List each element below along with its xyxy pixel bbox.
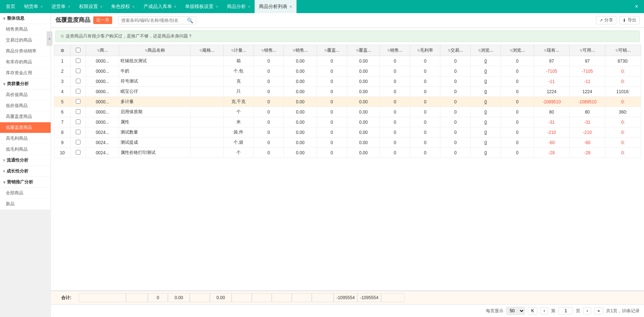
nav-product-analysis-list[interactable]: 商品分析列表 ×	[255, 0, 296, 13]
nav-product-analysis[interactable]: 商品分析 ×	[223, 0, 255, 13]
col-sales-qty[interactable]: ⇅销售...	[254, 45, 284, 56]
col-cover-rate[interactable]: ⇅覆盖...	[347, 45, 380, 56]
row-checkbox[interactable]	[76, 68, 80, 73]
cell-trade: 0	[440, 117, 471, 127]
per-page-select[interactable]: 2050100200	[506, 307, 525, 315]
col-stock-cur[interactable]: ⇅现有...	[534, 45, 569, 56]
nav-permissions-close[interactable]: ×	[100, 4, 102, 9]
cell-browse-link[interactable]: 0	[471, 56, 501, 66]
sidebar-item-high-coverage[interactable]: 高覆盖度商品	[0, 111, 51, 122]
sidebar-item-inventory-capital[interactable]: 库存资金占用	[0, 68, 51, 79]
first-page-button[interactable]: K	[528, 307, 537, 314]
row-checkbox[interactable]	[76, 79, 80, 83]
cell-browse-link[interactable]: 0	[471, 117, 501, 127]
sidebar-section-circulation[interactable]: > 流通性分析	[0, 155, 51, 166]
nav-sales-close[interactable]: ×	[40, 4, 43, 9]
sidebar-item-high-value[interactable]: 高价值商品	[0, 90, 51, 100]
row-checkbox[interactable]	[76, 130, 80, 134]
sidebar-item-low-value[interactable]: 低价值商品	[0, 100, 51, 111]
col-browse1[interactable]: ⇅浏览...	[471, 45, 501, 56]
cell-browse-link[interactable]: 0	[471, 97, 501, 107]
cell-browse-link[interactable]: 0	[471, 76, 501, 87]
cell-checkbox[interactable]	[71, 56, 86, 66]
col-cover-qty[interactable]: ⇅覆盖...	[317, 45, 347, 56]
cell-checkbox[interactable]	[71, 87, 86, 97]
cell-stock-cur: 97	[534, 56, 569, 66]
date-tag[interactable]: 近一月	[93, 16, 112, 24]
cell-browse-link[interactable]: 0	[471, 87, 501, 97]
cell-browse-link[interactable]: 0	[471, 138, 501, 148]
nav-roles[interactable]: 角色授权 ×	[107, 0, 139, 13]
cell-browse-link[interactable]: 0	[471, 127, 501, 138]
col-trade[interactable]: ⇅交易...	[440, 45, 471, 56]
nav-purchase-close[interactable]: ×	[68, 4, 70, 9]
sidebar-item-high-margin[interactable]: 高毛利商品	[0, 133, 51, 144]
sidebar-item-new-goods[interactable]: 新品	[0, 199, 51, 210]
col-unit[interactable]: ⇅计量...	[223, 45, 254, 56]
next-page-button[interactable]: ›	[583, 307, 591, 314]
col-checkbox[interactable]	[71, 45, 86, 56]
cell-checkbox[interactable]	[71, 107, 86, 117]
row-checkbox[interactable]	[76, 109, 80, 114]
sidebar-section-cluster[interactable]: ∨ 类群量分析	[0, 79, 51, 90]
row-checkbox[interactable]	[76, 58, 80, 63]
cell-checkbox[interactable]	[71, 127, 86, 138]
sidebar-item-low-margin[interactable]: 低毛利商品	[0, 144, 51, 155]
cell-checkbox[interactable]	[71, 97, 86, 107]
select-all-checkbox[interactable]	[76, 48, 80, 52]
row-checkbox[interactable]	[76, 140, 80, 144]
cell-browse-link[interactable]: 0	[471, 107, 501, 117]
page-number-input[interactable]	[558, 307, 573, 314]
cell-checkbox[interactable]	[71, 148, 86, 158]
row-checkbox[interactable]	[76, 150, 80, 155]
sidebar-section-marketing[interactable]: ∨ 营销推广分析	[0, 177, 51, 188]
col-stock-sale[interactable]: ⇅可销...	[605, 45, 641, 56]
nav-template-settings-close[interactable]: ×	[216, 4, 218, 9]
nav-template-settings[interactable]: 单据模板设置 ×	[181, 0, 222, 13]
cell-browse-link[interactable]: 0	[471, 148, 501, 158]
sidebar-section-growth[interactable]: > 成长性分析	[0, 166, 51, 177]
nav-product-entry[interactable]: 产成品入库单 ×	[139, 0, 181, 13]
cell-checkbox[interactable]	[71, 76, 86, 87]
cell-browse-link[interactable]: 0	[471, 66, 501, 76]
col-sales-amt[interactable]: ⇅销售...	[284, 45, 317, 56]
col-settings[interactable]: ⚙	[54, 45, 71, 56]
nav-product-analysis-close[interactable]: ×	[248, 4, 250, 9]
nav-product-entry-close[interactable]: ×	[174, 4, 176, 9]
export-button[interactable]: ⬇ 导出	[619, 16, 640, 24]
row-checkbox[interactable]	[76, 89, 80, 94]
cell-browse-val: 0	[501, 56, 534, 66]
search-icon[interactable]: 🔍	[187, 17, 193, 23]
nav-permissions[interactable]: 权限设置 ×	[75, 0, 107, 13]
sidebar-item-all-goods[interactable]: 全部商品	[0, 188, 51, 199]
sidebar-item-low-coverage[interactable]: 低覆盖度商品	[0, 122, 51, 133]
search-input[interactable]	[121, 18, 187, 23]
prev-page-button[interactable]: ‹	[540, 307, 548, 314]
sidebar-section-overall[interactable]: ∨ 整体信息	[0, 13, 51, 24]
cell-checkbox[interactable]	[71, 117, 86, 127]
nav-product-analysis-list-close[interactable]: ×	[290, 4, 292, 9]
sidebar-item-traded-goods[interactable]: 交易过的商品	[0, 35, 51, 46]
sidebar-item-in-stock[interactable]: 有库存的商品	[0, 57, 51, 68]
col-sales-val[interactable]: ⇅销售...	[380, 45, 410, 56]
nav-roles-close[interactable]: ×	[132, 4, 134, 9]
col-stock-avail[interactable]: ⇅可用...	[569, 45, 605, 56]
col-code[interactable]: ⇅商...	[86, 45, 119, 56]
nav-home[interactable]: 首页	[1, 0, 20, 13]
cell-checkbox[interactable]	[71, 138, 86, 148]
last-page-button[interactable]: »	[594, 307, 603, 314]
cell-checkbox[interactable]	[71, 66, 86, 76]
sidebar-collapse-button[interactable]: «	[47, 31, 52, 46]
col-name[interactable]: ⇅商品名称	[119, 45, 190, 56]
nav-purchase[interactable]: 进货单 ×	[47, 0, 74, 13]
sidebar-item-category-rate[interactable]: 商品分类动销率	[0, 46, 51, 57]
nav-sales[interactable]: 销货单 ×	[20, 0, 47, 13]
window-close-button[interactable]: ×	[631, 0, 643, 13]
col-margin[interactable]: ⇅毛利率	[410, 45, 440, 56]
sidebar-item-sales-goods[interactable]: 销售类商品	[0, 24, 51, 35]
col-spec[interactable]: ⇅规格...	[191, 45, 224, 56]
row-checkbox[interactable]	[76, 99, 80, 104]
share-button[interactable]: ↗ 分享	[596, 16, 616, 24]
row-checkbox[interactable]	[76, 119, 80, 124]
col-browse2[interactable]: ⇅浏览...	[501, 45, 534, 56]
